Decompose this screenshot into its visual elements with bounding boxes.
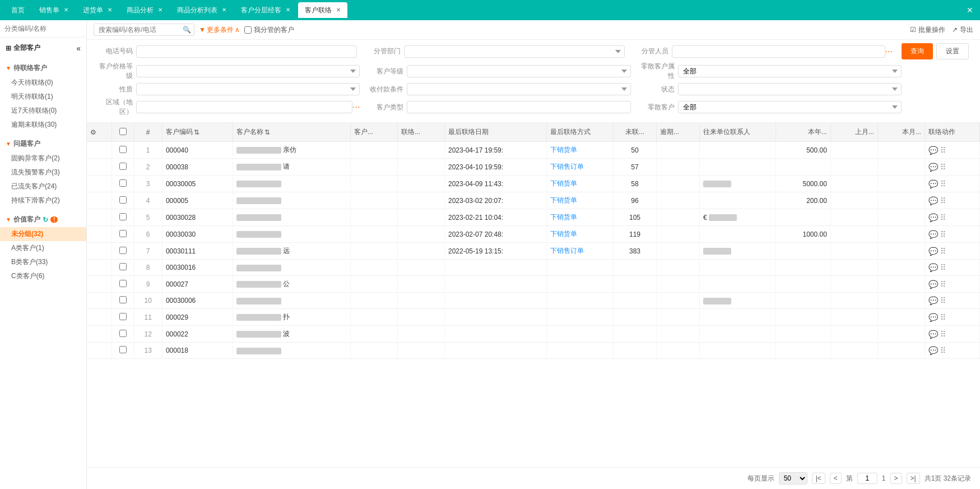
payment-select[interactable]: [407, 83, 630, 95]
reload-icon[interactable]: ↻: [43, 216, 48, 224]
sidebar-item-ungrouped[interactable]: 未分组(32): [0, 227, 86, 241]
row-checkbox[interactable]: [119, 296, 127, 303]
chat-icon[interactable]: 💬: [928, 280, 938, 289]
filter-search-box[interactable]: 🔍: [94, 24, 194, 36]
sidebar-item-class-b[interactable]: B类客户(33): [0, 255, 86, 269]
more-icon[interactable]: ⠿: [940, 296, 946, 305]
export-button[interactable]: ↗ 导出: [952, 25, 973, 35]
chat-icon[interactable]: 💬: [928, 213, 938, 222]
more-icon[interactable]: ⠿: [940, 280, 946, 289]
sidebar-search-box[interactable]: 🔍: [0, 20, 86, 38]
nav-tab-home[interactable]: 首页: [4, 2, 31, 18]
last-method-link[interactable]: 下销货单: [550, 146, 577, 154]
more-icon[interactable]: ⠿: [940, 346, 946, 355]
row-check-cell[interactable]: [112, 276, 134, 293]
sidebar-all-customers[interactable]: ⊞ 全部客户 «: [0, 40, 86, 56]
row-checkbox[interactable]: [119, 146, 127, 153]
nav-tab-purchase[interactable]: 进货单 ✕: [76, 2, 119, 18]
problem-group-title[interactable]: ▼ 问题客户: [0, 136, 86, 151]
chat-icon[interactable]: 💬: [928, 179, 938, 188]
last-method-link[interactable]: 下销货单: [550, 213, 577, 221]
row-check-cell[interactable]: [112, 293, 134, 309]
manager-input[interactable]: [672, 45, 885, 58]
table-check-header[interactable]: [112, 123, 134, 142]
chat-icon[interactable]: 💬: [928, 247, 938, 256]
nav-tab-sales[interactable]: 销售单 ✕: [32, 2, 75, 18]
more-icon[interactable]: ⠿: [940, 330, 946, 339]
sidebar-item-class-a[interactable]: A类客户(1): [0, 241, 86, 255]
row-check-cell[interactable]: [112, 176, 134, 192]
more-icon[interactable]: ⠿: [940, 230, 946, 239]
row-check-cell[interactable]: [112, 209, 134, 226]
sidebar-collapse-icon[interactable]: «: [76, 44, 81, 53]
status-select[interactable]: [678, 83, 902, 95]
next-page-button[interactable]: >: [890, 473, 902, 484]
row-check-cell[interactable]: [112, 309, 134, 326]
chat-icon[interactable]: 💬: [928, 146, 938, 155]
sidebar-item-7days-pending[interactable]: 近7天待联络(0): [0, 104, 86, 118]
select-all-checkbox[interactable]: [119, 128, 127, 135]
sidebar-item-today-pending[interactable]: 今天待联络(0): [0, 76, 86, 90]
window-close-button[interactable]: ✕: [964, 4, 976, 16]
row-check-cell[interactable]: [112, 326, 134, 343]
sidebar-item-overdue-pending[interactable]: 逾期未联络(30): [0, 118, 86, 132]
search-icon[interactable]: 🔍: [183, 26, 191, 34]
row-checkbox[interactable]: [119, 280, 127, 287]
chat-icon[interactable]: 💬: [928, 313, 938, 322]
row-check-cell[interactable]: [112, 142, 134, 159]
query-button[interactable]: 查询: [902, 43, 933, 59]
last-method-link[interactable]: 下销售订单: [550, 247, 584, 255]
sidebar-item-abnormal[interactable]: 固购异常客户(2): [0, 151, 86, 165]
nav-tab-product-analysis-list[interactable]: 商品分析列表 ✕: [170, 2, 233, 18]
row-checkbox[interactable]: [119, 346, 127, 353]
more-icon[interactable]: ⠿: [940, 213, 946, 222]
first-page-button[interactable]: |<: [812, 473, 825, 484]
chat-icon[interactable]: 💬: [928, 196, 938, 205]
chat-icon[interactable]: 💬: [928, 163, 938, 172]
row-checkbox[interactable]: [119, 313, 127, 320]
customer-level-select[interactable]: [407, 65, 630, 77]
region-more-icon[interactable]: ···: [352, 103, 360, 112]
row-checkbox[interactable]: [119, 230, 127, 237]
more-icon[interactable]: ⠿: [940, 179, 946, 188]
page-input[interactable]: [857, 473, 877, 484]
row-checkbox[interactable]: [119, 247, 127, 254]
sidebar-item-churned[interactable]: 已流失客户(24): [0, 179, 86, 193]
retail-attr-select[interactable]: 全部: [678, 65, 902, 77]
pending-group-title[interactable]: ▼ 待联络客户: [0, 61, 86, 76]
more-icon[interactable]: ⠿: [940, 163, 946, 172]
chat-icon[interactable]: 💬: [928, 346, 938, 355]
nature-select[interactable]: [136, 83, 360, 95]
last-method-link[interactable]: 下销货单: [550, 196, 577, 204]
per-page-select[interactable]: 50 100 200: [779, 472, 807, 485]
nav-tab-customer-segment[interactable]: 客户分层经客 ✕: [234, 2, 297, 18]
close-customer-segment-tab[interactable]: ✕: [286, 2, 290, 18]
region-input[interactable]: [136, 101, 352, 113]
nav-tab-product-analysis[interactable]: 商品分析 ✕: [120, 2, 169, 18]
last-method-link[interactable]: 下销货单: [550, 230, 577, 238]
close-product-analysis-tab[interactable]: ✕: [158, 2, 162, 18]
row-check-cell[interactable]: [112, 192, 134, 209]
row-check-cell[interactable]: [112, 226, 134, 243]
my-customers-checkbox-input[interactable]: [244, 26, 252, 34]
filter-more-conditions[interactable]: ▼ 更多条件 ∧: [199, 25, 240, 35]
sidebar-item-churn-warning[interactable]: 流失预警客户(3): [0, 165, 86, 179]
row-check-cell[interactable]: [112, 260, 134, 276]
price-level-select[interactable]: [136, 65, 360, 77]
retail-customer-select[interactable]: 全部: [678, 101, 902, 113]
prev-page-button[interactable]: <: [830, 473, 842, 484]
sidebar-item-declining[interactable]: 持续下滑客户(2): [0, 193, 86, 207]
row-check-cell[interactable]: [112, 343, 134, 359]
customer-type-input[interactable]: [407, 101, 630, 113]
bulk-ops-button[interactable]: ☑ 批量操作: [910, 25, 945, 35]
nav-tab-customer-contact[interactable]: 客户联络 ✕: [298, 2, 347, 18]
reset-button[interactable]: 设置: [936, 43, 969, 59]
close-sales-tab[interactable]: ✕: [64, 2, 68, 18]
value-group-title[interactable]: ▼ 价值客户 ↻ !: [0, 212, 86, 227]
table-name-header[interactable]: 客户名称 ⇅: [233, 123, 350, 142]
close-purchase-tab[interactable]: ✕: [108, 2, 112, 18]
last-method-link[interactable]: 下销售订单: [550, 163, 584, 170]
row-checkbox[interactable]: [119, 196, 127, 204]
manager-more-icon[interactable]: ···: [885, 47, 893, 56]
last-page-button[interactable]: >|: [907, 473, 920, 484]
